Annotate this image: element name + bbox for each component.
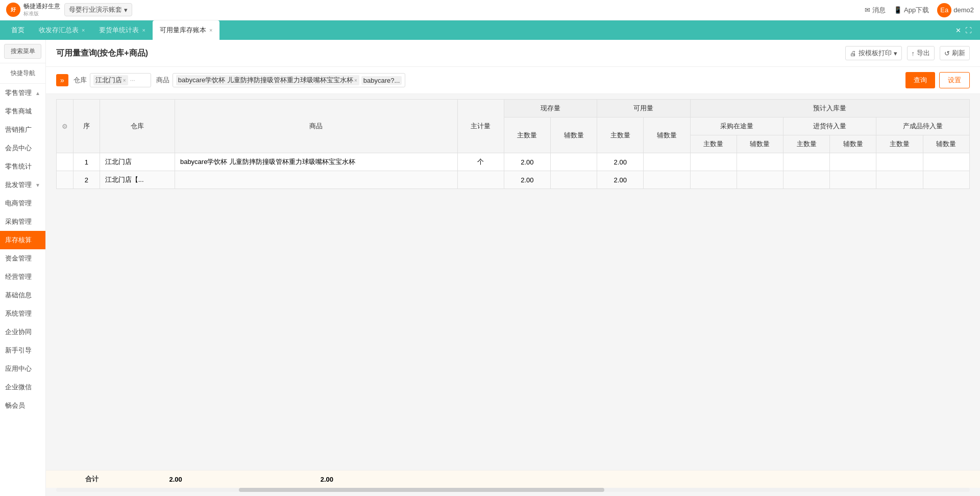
sidebar-item-member-center[interactable]: 会员中心 bbox=[0, 139, 45, 157]
th-product-aux: 辅数量 bbox=[923, 135, 969, 153]
cell-purchase-main bbox=[690, 153, 737, 171]
scroll-thumb[interactable] bbox=[239, 488, 604, 492]
product-tag-remove[interactable]: × bbox=[354, 78, 357, 83]
tab-available-stock-close[interactable]: × bbox=[209, 27, 212, 33]
cell-main-unit: 个 bbox=[457, 153, 504, 171]
sidebar-item-operations-mgmt[interactable]: 经营管理 bbox=[0, 268, 45, 286]
nav-close-icon[interactable]: ✕ bbox=[955, 27, 961, 34]
th-goods-aux: 辅数量 bbox=[830, 135, 876, 153]
logo-area: 好 畅捷通好生意 标准版 bbox=[6, 3, 60, 17]
refresh-button[interactable]: ↺ 刷新 bbox=[940, 46, 970, 60]
sidebar-item-inventory-check[interactable]: 库存核算 bbox=[0, 231, 45, 249]
th-available-group: 可用量 bbox=[597, 100, 690, 117]
warehouse-filter-group: 仓库 江北门店 × ··· bbox=[74, 73, 151, 87]
print-chevron-icon: ▾ bbox=[894, 50, 897, 57]
tab-order-stats-close[interactable]: × bbox=[142, 27, 145, 33]
page-actions: 🖨 按模板打印 ▾ ↑ 导出 ↺ 刷新 bbox=[845, 46, 970, 60]
print-button[interactable]: 🖨 按模板打印 ▾ bbox=[845, 46, 902, 60]
footer-stock-aux-total bbox=[213, 476, 289, 483]
sidebar-item-retail-mall[interactable]: 零售商城 bbox=[0, 102, 45, 121]
cell-no: 1 bbox=[74, 153, 100, 171]
cell-warehouse: 江北门店【... bbox=[100, 171, 175, 189]
table-settings-icon[interactable]: ⚙ bbox=[62, 123, 68, 130]
avatar-text: Ea bbox=[940, 6, 948, 14]
sidebar-item-purchase-mgmt[interactable]: 采购管理 bbox=[0, 212, 45, 231]
sidebar-item-retail-mgmt-label: 零售管理 bbox=[5, 88, 32, 98]
table-area: ⚙ 序 仓库 商品 主计量 现存量 可用量 预计入库量 主数量 辅数量 主数量 bbox=[46, 94, 980, 470]
product-filter-tags[interactable]: babycare学饮杯 儿童防摔防撞吸管杯重力球吸嘴杯宝宝水杯 × babyca… bbox=[173, 73, 405, 87]
sidebar-item-basic-info[interactable]: 基础信息 bbox=[0, 286, 45, 304]
sidebar-item-marketing[interactable]: 营销推广 bbox=[0, 121, 45, 139]
cell-main-unit bbox=[457, 171, 504, 189]
sidebar-item-member[interactable]: 畅会员 bbox=[0, 396, 45, 415]
filter-actions: 查询 设置 bbox=[905, 72, 970, 88]
query-button[interactable]: 查询 bbox=[905, 72, 935, 88]
sidebar-item-system-mgmt[interactable]: 系统管理 bbox=[0, 304, 45, 323]
print-icon: 🖨 bbox=[850, 50, 856, 57]
cell-product-main bbox=[876, 171, 923, 189]
warehouse-filter-tags[interactable]: 江北门店 × ··· bbox=[90, 73, 151, 87]
tab-receipts[interactable]: 收发存汇总表 × bbox=[32, 20, 92, 40]
cell-available-main: 2.00 bbox=[597, 171, 644, 189]
sidebar-item-app-center-label: 应用中心 bbox=[5, 364, 32, 373]
footer-purchase-aux-total bbox=[516, 476, 592, 483]
th-purchase-main: 主数量 bbox=[690, 135, 737, 153]
user-area[interactable]: Ea demo2 bbox=[937, 3, 974, 17]
th-product: 商品 bbox=[175, 100, 457, 153]
cell-warehouse: 江北门店 bbox=[100, 153, 175, 171]
th-product-main: 主数量 bbox=[876, 135, 923, 153]
table-footer: 合计 2.00 2.00 bbox=[46, 470, 980, 488]
settings-button[interactable]: 设置 bbox=[939, 72, 970, 88]
product-filter-label: 商品 bbox=[156, 76, 169, 85]
warehouse-tag-remove[interactable]: × bbox=[123, 78, 126, 83]
sidebar-item-enterprise-collab-label: 企业协同 bbox=[5, 327, 32, 337]
sidebar-item-retail-stats[interactable]: 零售统计 bbox=[0, 157, 45, 176]
sidebar: 搜索菜单 快捷导航 零售管理 ▲ 零售商城 营销推广 会员中心 零售统计 批发管… bbox=[0, 40, 46, 496]
footer-product-main-total bbox=[743, 476, 818, 483]
tab-receipts-close[interactable]: × bbox=[82, 27, 85, 33]
top-bar: 好 畅捷通好生意 标准版 母婴行业演示账套 ▾ ✉ 消息 📱 App下载 Ea … bbox=[0, 0, 980, 20]
th-product-pending-group: 产成品待入量 bbox=[876, 117, 970, 135]
horizontal-scrollbar[interactable] bbox=[56, 488, 970, 492]
cell-available-main: 2.00 bbox=[597, 153, 644, 171]
footer-product-aux-total bbox=[819, 476, 894, 483]
cell-purchase-aux bbox=[737, 171, 783, 189]
app-download-icon: 📱 bbox=[894, 6, 902, 14]
sidebar-item-app-center[interactable]: 应用中心 bbox=[0, 360, 45, 378]
app-download-item[interactable]: 📱 App下载 bbox=[894, 6, 929, 15]
warehouse-filter-label: 仓库 bbox=[74, 76, 87, 85]
sidebar-item-ecommerce-mgmt[interactable]: 电商管理 bbox=[0, 194, 45, 212]
sidebar-item-enterprise-wechat[interactable]: 企业微信 bbox=[0, 378, 45, 396]
message-item[interactable]: ✉ 消息 bbox=[865, 6, 886, 15]
avatar: Ea bbox=[937, 3, 951, 17]
warehouse-more[interactable]: ··· bbox=[130, 77, 135, 84]
sidebar-item-finance-mgmt[interactable]: 资金管理 bbox=[0, 249, 45, 268]
sidebar-item-enterprise-collab[interactable]: 企业协同 bbox=[0, 323, 45, 341]
th-purchase-aux: 辅数量 bbox=[737, 135, 783, 153]
sidebar-item-wholesale-mgmt[interactable]: 批发管理 ▼ bbox=[0, 176, 45, 194]
cell-stock-main: 2.00 bbox=[504, 153, 550, 171]
tab-order-stats[interactable]: 要货单统计表 × bbox=[92, 20, 152, 40]
th-stock-main-qty: 主数量 bbox=[504, 117, 550, 153]
industry-label: 母婴行业演示账套 bbox=[69, 5, 122, 14]
sidebar-quick-nav[interactable]: 快捷导航 bbox=[0, 66, 45, 80]
tab-home[interactable]: 首页 bbox=[4, 20, 32, 40]
search-menu-button[interactable]: 搜索菜单 bbox=[4, 44, 41, 59]
sidebar-item-ecommerce-mgmt-label: 电商管理 bbox=[5, 199, 32, 208]
nav-maximize-icon[interactable]: ⛶ bbox=[965, 27, 972, 34]
cell-stock-main: 2.00 bbox=[504, 171, 550, 189]
cell-available-aux bbox=[644, 153, 690, 171]
sidebar-item-retail-mgmt[interactable]: 零售管理 ▲ bbox=[0, 84, 45, 102]
sidebar-item-new-guide[interactable]: 新手引导 bbox=[0, 341, 45, 360]
expand-button[interactable]: » bbox=[56, 74, 68, 86]
logo-icon: 好 bbox=[6, 3, 20, 17]
product-tag-label2: babycare?... bbox=[363, 77, 400, 84]
th-main-unit: 主计量 bbox=[457, 100, 504, 153]
industry-selector[interactable]: 母婴行业演示账套 ▾ bbox=[64, 3, 132, 16]
page-header: 可用量查询(按仓库+商品) 🖨 按模板打印 ▾ ↑ 导出 ↺ 刷新 bbox=[46, 40, 980, 67]
export-button[interactable]: ↑ 导出 bbox=[907, 46, 935, 60]
sidebar-item-system-mgmt-label: 系统管理 bbox=[5, 309, 32, 318]
content-area: 可用量查询(按仓库+商品) 🖨 按模板打印 ▾ ↑ 导出 ↺ 刷新 » bbox=[46, 40, 980, 496]
tab-available-stock[interactable]: 可用量库存账本 × bbox=[153, 20, 219, 40]
cell-purchase-main bbox=[690, 171, 737, 189]
